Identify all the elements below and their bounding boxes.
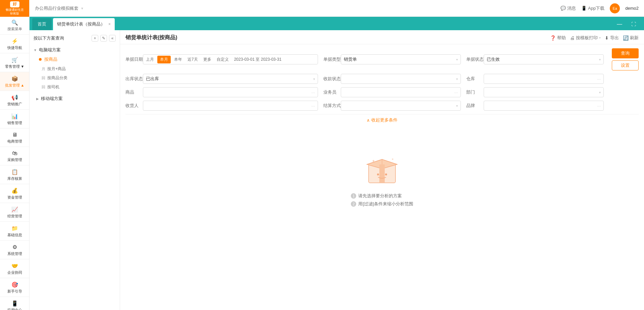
- sidebar-item-search[interactable]: 🔍 搜索菜单: [0, 17, 29, 35]
- salesman-control[interactable]: ···: [341, 87, 461, 97]
- sidebar-item-label: 新手引导: [7, 289, 22, 294]
- filter-collapse-btn[interactable]: «: [109, 35, 116, 42]
- date-tag-last-month[interactable]: 上月: [143, 56, 157, 63]
- date-tag-7days[interactable]: 近7天: [185, 56, 201, 63]
- sidebar-item-inventory[interactable]: 📋 库存核算: [0, 165, 29, 184]
- tab-sales-stats[interactable]: 销货单统计表（按商品） ×: [53, 18, 115, 30]
- tabbar: 首页 销货单统计表（按商品） × — ⛶: [30, 17, 644, 30]
- warehouse2-dots: ···: [597, 76, 601, 82]
- sidebar-item-quick-nav[interactable]: ⚡ 快捷导航: [0, 35, 29, 53]
- empty-state: ★ ★ 1 请先选择要分析的方案 2 用[过滤]条件: [120, 126, 644, 222]
- month-goods-icon: 月: [42, 66, 45, 71]
- sidebar-item-label: 经营管理: [7, 214, 22, 219]
- export-btn[interactable]: ⬇ 导出: [605, 35, 619, 41]
- logo-symbol: 好: [13, 2, 17, 7]
- mobile-section-title[interactable]: ▶ 移动端方案: [30, 94, 120, 103]
- order-status-control[interactable]: 已生效 ▾: [484, 54, 604, 64]
- basic-info-icon: 📁: [11, 225, 18, 231]
- date-tag-this-year[interactable]: 本年: [171, 56, 185, 63]
- receiver-control[interactable]: ···: [143, 101, 318, 111]
- query-button[interactable]: 查询: [612, 48, 639, 58]
- topbar-left: 办公用品行业模拟账套 ▾: [35, 5, 83, 11]
- sidebar-item-label: 应用中心: [7, 308, 22, 310]
- receipt-control[interactable]: ▾: [341, 74, 461, 84]
- app-center-icon: 📱: [11, 300, 18, 307]
- sidebar-item-label: 企业协同: [7, 270, 22, 275]
- sidebar-item-ecommerce[interactable]: 🖥 电商管理: [0, 128, 29, 147]
- filter-group-department: 部门 ▾: [466, 87, 604, 97]
- svg-text:★: ★: [372, 159, 375, 163]
- empty-illustration: ★ ★: [362, 153, 402, 186]
- receiver-dots: ···: [311, 103, 315, 108]
- filter-edit-btn[interactable]: ✎: [100, 35, 107, 42]
- settle-control[interactable]: ▾: [341, 101, 461, 111]
- maximize-icon: ⛶: [631, 21, 636, 27]
- date-filter[interactable]: 上月 本月 本年 近7天 更多 自定义 2023-03-01 至 2023-03…: [143, 54, 318, 64]
- filter-add-btn[interactable]: +: [92, 35, 98, 42]
- desktop-section-title[interactable]: ▼ 电脑端方案: [30, 46, 120, 54]
- print-btn[interactable]: 🖨 按模板打印 ▾: [570, 35, 601, 41]
- collapse-arrow: ∧: [367, 118, 370, 123]
- sidebar-item-basic-info[interactable]: 📁 基础信息: [0, 222, 29, 241]
- ecommerce-icon: 🖥: [12, 132, 17, 138]
- avatar[interactable]: Ea: [610, 3, 620, 13]
- svg-text:★: ★: [391, 158, 394, 161]
- tab-home[interactable]: 首页: [32, 18, 52, 30]
- goods-control[interactable]: ···: [143, 87, 318, 97]
- sidebar-item-finance[interactable]: 💰 资金管理: [0, 184, 29, 203]
- filter-item-goods-category[interactable]: 回 按商品分类: [30, 73, 120, 83]
- date-tag-this-month[interactable]: 本月: [157, 56, 171, 63]
- sidebar-item-app-center[interactable]: 📱 应用中心: [0, 297, 29, 310]
- filter-item-month-goods[interactable]: 月 按月+商品: [30, 64, 120, 73]
- tip-text-2: 用[过滤]条件来缩小分析范围: [358, 201, 413, 207]
- sidebar-item-enterprise[interactable]: 🤝 企业协同: [0, 259, 29, 278]
- settings-button[interactable]: 设置: [612, 60, 639, 70]
- goods-dots: ···: [311, 90, 315, 95]
- sidebar-item-sales[interactable]: 📊 销售管理: [0, 110, 29, 128]
- tip-text-1: 请先选择要分析的方案: [358, 193, 402, 199]
- tab-maximize-btn[interactable]: ⛶: [629, 18, 639, 30]
- help-icon: ❓: [550, 35, 556, 41]
- brand-control[interactable]: ···: [484, 101, 604, 111]
- filter-item-by-goods[interactable]: 按商品: [30, 54, 120, 64]
- sidebar-item-wholesale[interactable]: 📦 批发管理 ▲: [0, 72, 29, 91]
- filter-header-actions: + ✎ «: [92, 35, 116, 42]
- sidebar-item-label: 搜索菜单: [7, 27, 22, 32]
- section-label2: 移动端方案: [41, 96, 63, 102]
- sidebar-item-purchase[interactable]: 🛍 采购管理: [0, 147, 29, 165]
- date-label: 单据日期: [125, 56, 143, 62]
- app-download-btn[interactable]: 📱 App下载: [581, 5, 604, 11]
- sidebar-item-operations[interactable]: 📈 经营管理: [0, 203, 29, 222]
- settle-label: 结算方式: [323, 103, 341, 109]
- sidebar-item-system[interactable]: ⚙ 系统管理: [0, 241, 29, 259]
- filter-panel: 按以下方案查询 + ✎ « ▼ 电脑端方案: [30, 30, 120, 310]
- tab-close-icon[interactable]: ×: [108, 22, 111, 27]
- message-btn[interactable]: 💬 消息: [560, 5, 576, 11]
- department-control[interactable]: ▾: [484, 87, 604, 97]
- wholesale-icon: 📦: [11, 75, 18, 82]
- sidebar-item-marketing[interactable]: 📢 营销推广: [0, 91, 29, 110]
- sidebar-item-retail[interactable]: 🛒 零售管理 ▼: [0, 53, 29, 72]
- order-type-control[interactable]: 销货单 ▾: [341, 54, 461, 64]
- date-tag-custom[interactable]: 自定义: [214, 56, 231, 63]
- order-type-arrow: ▾: [456, 58, 458, 61]
- collapse-bar[interactable]: ∧ 收起更多条件: [125, 114, 639, 126]
- department-arrow: ▾: [599, 91, 601, 94]
- tab-minimize-btn[interactable]: —: [614, 18, 625, 30]
- warehouse-control[interactable]: 已出库 ▾: [143, 74, 318, 84]
- print-label: 按模板打印: [576, 35, 598, 41]
- quick-nav-icon: ⚡: [11, 38, 18, 44]
- warehouse2-label: 仓库: [466, 76, 484, 82]
- finance-icon: 💰: [11, 188, 18, 194]
- refresh-btn[interactable]: 🔄 刷新: [623, 35, 639, 41]
- logo-text: 畅捷通好生意标账版: [6, 8, 24, 15]
- warehouse2-control[interactable]: ···: [484, 74, 604, 84]
- date-tag-more[interactable]: 更多: [201, 56, 214, 63]
- filter-item-driver[interactable]: 回 按司机: [30, 83, 120, 92]
- add-icon: +: [94, 36, 96, 41]
- filter-section-desktop: ▼ 电脑端方案 按商品 月 按月+商品 回 按商品分类 回 按司机: [30, 44, 120, 93]
- sidebar-item-guide[interactable]: 🎯 新手引导: [0, 278, 29, 297]
- order-status-arrow: ▾: [599, 58, 601, 61]
- help-btn[interactable]: ❓ 帮助: [550, 35, 566, 41]
- filter-group-salesman: 业务员 ···: [323, 87, 461, 97]
